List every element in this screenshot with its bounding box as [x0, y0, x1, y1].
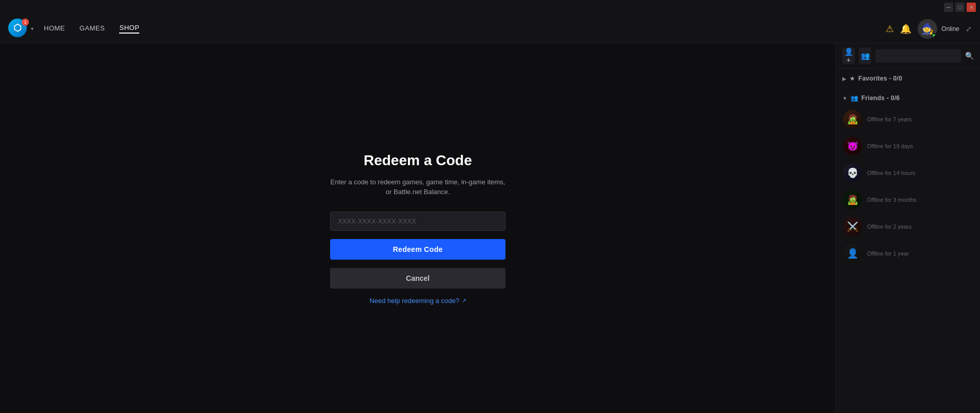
nav-shop[interactable]: SHOP [119, 24, 139, 34]
external-icon: ↗ [462, 297, 466, 304]
friend-item[interactable]: 👤 Offline for 1 year [836, 240, 980, 267]
friend-info: Offline for 1 year [867, 250, 973, 257]
redeem-title: Redeem a Code [364, 152, 472, 169]
friend-avatar: 💀 [843, 164, 862, 182]
star-icon: ★ [850, 75, 855, 82]
close-button[interactable]: ✕ [967, 3, 976, 12]
right-sidebar: 👤+ 👥 🔍 ▶ ★ Favorites - 0/0 ▼ [836, 43, 980, 413]
friends-list: 🧟 Offline for 7 years 😈 Offline for 19 d… [836, 106, 980, 267]
friend-avatar: ⚔️ [843, 217, 862, 236]
warning-button[interactable]: ⚠ [886, 23, 894, 35]
redeem-card: Redeem a Code Enter a code to redeem gam… [330, 152, 505, 305]
favorites-title: Favorites - 0/0 [858, 75, 902, 82]
bell-button[interactable]: 🔔 [900, 23, 911, 35]
friend-item[interactable]: 🧟 Offline for 3 months [836, 186, 980, 213]
favorites-section: ▶ ★ Favorites - 0/0 [836, 69, 980, 88]
maximize-button[interactable]: □ [955, 3, 965, 12]
friend-avatar: 😈 [843, 137, 862, 155]
friends-chevron-icon: ▼ [842, 96, 847, 101]
app-layout: ⬡ 1 ▾ HOME GAMES SHOP ⚠ 🔔 🧙 Online ⤢ [0, 14, 980, 413]
friend-avatar: 🧟 [843, 190, 862, 209]
content-area: Redeem a Code Enter a code to redeem gam… [0, 43, 980, 413]
external-link-icon[interactable]: ⤢ [966, 25, 972, 33]
favorites-chevron-icon: ▶ [842, 76, 846, 82]
nav-logo[interactable]: ⬡ 1 [8, 19, 29, 39]
add-friend-button[interactable]: 👤+ [842, 47, 855, 64]
redeem-button[interactable]: Redeem Code [330, 239, 505, 260]
friend-info: Offline for 3 months [867, 197, 973, 203]
friend-info: Offline for 19 days [867, 143, 973, 149]
help-link-text: Need help redeeming a code? [369, 297, 459, 305]
favorites-header[interactable]: ▶ ★ Favorites - 0/0 [836, 71, 980, 86]
nav-games[interactable]: GAMES [79, 24, 105, 33]
friend-item[interactable]: 🧟 Offline for 7 years [836, 106, 980, 133]
friend-info: Offline for 2 years [867, 224, 973, 230]
friend-item[interactable]: ⚔️ Offline for 2 years [836, 213, 980, 240]
friend-item[interactable]: 😈 Offline for 19 days [836, 133, 980, 160]
user-status-label: Online [941, 25, 959, 33]
user-avatar: 🧙 [918, 19, 937, 39]
nav-right: ⚠ 🔔 🧙 Online ⤢ [886, 19, 972, 39]
add-group-button[interactable]: 👥 [859, 47, 871, 64]
friend-status: Offline for 1 year [867, 250, 973, 257]
friends-title: Friends - 0/6 [861, 94, 900, 102]
main-content: Redeem a Code Enter a code to redeem gam… [0, 43, 836, 413]
nav-home[interactable]: HOME [44, 24, 65, 33]
friend-status: Offline for 2 years [867, 224, 973, 230]
logo-chevron-icon[interactable]: ▾ [31, 26, 34, 31]
sidebar-top-bar: 👤+ 👥 🔍 [836, 43, 980, 69]
nav-links: HOME GAMES SHOP [44, 24, 139, 34]
friend-info: Offline for 7 years [867, 116, 973, 122]
friends-icon: 👥 [851, 94, 858, 102]
friend-status: Offline for 3 months [867, 197, 973, 203]
title-bar: ─ □ ✕ [0, 0, 980, 14]
minimize-button[interactable]: ─ [944, 3, 953, 12]
online-dot [932, 33, 937, 38]
friend-avatar: 👤 [843, 244, 862, 263]
user-profile[interactable]: 🧙 Online [918, 19, 959, 39]
friend-status: Offline for 19 days [867, 143, 973, 149]
friends-section: ▼ 👥 Friends - 0/6 🧟 Offline for 7 years … [836, 88, 980, 269]
friends-header[interactable]: ▼ 👥 Friends - 0/6 [836, 90, 980, 106]
notification-badge: 1 [22, 19, 29, 26]
friend-status: Offline for 7 years [867, 116, 973, 122]
friends-search-input[interactable] [875, 49, 961, 62]
top-nav: ⬡ 1 ▾ HOME GAMES SHOP ⚠ 🔔 🧙 Online ⤢ [0, 14, 980, 43]
friend-status: Offline for 14 hours [867, 170, 973, 176]
redeem-code-input[interactable] [330, 212, 505, 231]
help-link[interactable]: Need help redeeming a code? ↗ [369, 297, 466, 305]
redeem-description: Enter a code to redeem games, game time,… [330, 177, 505, 197]
friend-avatar: 🧟 [843, 110, 862, 129]
add-friend-icon: 👤+ [842, 47, 855, 64]
friend-item[interactable]: 💀 Offline for 14 hours [836, 160, 980, 186]
search-icon: 🔍 [965, 52, 974, 60]
cancel-button[interactable]: Cancel [330, 268, 505, 289]
add-group-icon: 👥 [861, 52, 870, 60]
friend-info: Offline for 14 hours [867, 170, 973, 176]
